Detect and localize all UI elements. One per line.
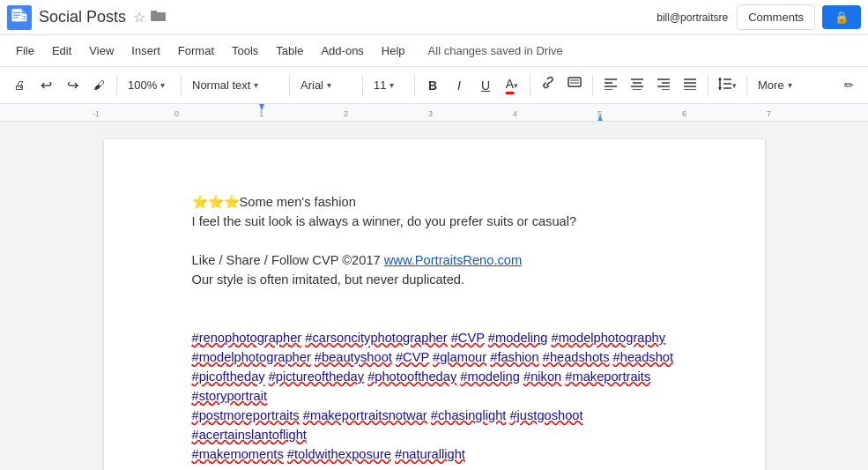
hashtag-headshots: #headshots — [543, 350, 610, 364]
toolbar-separator-3 — [289, 75, 290, 96]
hashtag-justgoshoot: #justgoshoot — [509, 408, 582, 422]
menu-addons[interactable]: Add-ons — [312, 41, 372, 61]
justify-button[interactable] — [678, 71, 702, 100]
folder-icon[interactable] — [151, 10, 167, 25]
star-icon[interactable]: ☆ — [133, 9, 145, 26]
user-email: bill@portraitsre — [657, 11, 728, 24]
menu-format[interactable]: Format — [169, 41, 223, 61]
menu-edit[interactable]: Edit — [43, 41, 80, 61]
link-icon — [541, 77, 555, 93]
menu-view[interactable]: View — [80, 41, 122, 61]
menu-file[interactable]: File — [7, 41, 43, 61]
svg-text:6: 6 — [682, 109, 686, 118]
svg-rect-12 — [151, 11, 157, 14]
align-left-button[interactable] — [598, 71, 623, 100]
hashtag-beautyshoot: #beautyshoot — [315, 350, 392, 364]
spacing-chevron: ▾ — [732, 81, 737, 90]
insert-comment-button[interactable] — [562, 71, 587, 100]
undo-button[interactable]: ↩ — [33, 71, 58, 100]
print-icon: 🖨 — [14, 78, 26, 92]
hashtag-modeling2: #modeling — [460, 369, 520, 384]
toolbar-separator-8 — [708, 75, 708, 96]
style-chevron: ▾ — [254, 80, 258, 90]
menu-bar: File Edit View Insert Format Tools Table… — [0, 35, 868, 67]
stars-emoji: ⭐⭐⭐ — [192, 195, 240, 209]
hashtag-makemoments: #makemoments — [192, 447, 284, 461]
menu-tools[interactable]: Tools — [223, 41, 267, 61]
bold-button[interactable]: B — [420, 71, 445, 100]
comments-button[interactable]: Comments — [737, 4, 815, 30]
line-1: ⭐⭐⭐Some men's fashion — [192, 192, 677, 212]
hashtag-storyportrait: #storyportrait — [192, 389, 268, 403]
line4-pre: Like / Share / Follow CVP ©2017 — [192, 253, 384, 267]
menu-help[interactable]: Help — [373, 41, 414, 61]
line-spacing-button[interactable]: ▾ — [714, 71, 741, 100]
redo-button[interactable]: ↪ — [60, 71, 85, 100]
hashtag-nikon: #nikon — [523, 369, 561, 384]
hashtag-postmore: #postmoreportraits — [192, 408, 300, 422]
underline-icon: U — [481, 78, 490, 93]
line-7-blank — [192, 309, 677, 328]
line1-text: Some men's fashion — [240, 195, 356, 209]
svg-rect-8 — [22, 13, 27, 20]
text-color-button[interactable]: A ▾ — [500, 71, 524, 100]
svg-text:3: 3 — [428, 109, 433, 118]
zoom-dropdown[interactable]: 100% ▾ — [122, 71, 175, 100]
underline-button[interactable]: U — [473, 71, 498, 100]
justify-icon — [683, 78, 697, 93]
hashtag-photooftheday: #photooftheday — [367, 369, 456, 384]
align-right-button[interactable] — [651, 71, 676, 100]
font-dropdown[interactable]: Arial ▾ — [295, 71, 357, 100]
hashtag-modelphotographer: #modelphotographer — [192, 350, 311, 364]
paint-format-button[interactable]: 🖌 — [86, 71, 111, 100]
portraits-reno-link[interactable]: www.PortraitsReno.com — [384, 253, 522, 267]
editing-mode-button[interactable]: ✏ — [836, 71, 861, 100]
doc-title[interactable]: Social Posts — [39, 8, 126, 26]
more-button[interactable]: More ▾ — [753, 71, 798, 100]
style-dropdown[interactable]: Normal text ▾ — [187, 71, 284, 100]
color-chevron: ▾ — [514, 81, 518, 90]
zoom-chevron: ▾ — [160, 80, 165, 90]
italic-button[interactable]: I — [447, 71, 471, 100]
align-center-button[interactable] — [625, 71, 649, 100]
hashtag-pictureoftheday: #pictureoftheday — [269, 369, 364, 384]
toolbar-separator-7 — [592, 75, 593, 96]
hashtag-cvp2: #CVP — [396, 350, 429, 364]
hashtags-line-5: #makemoments #toldwithexposure #naturall… — [192, 444, 677, 464]
svg-text:-1: -1 — [93, 109, 100, 118]
ruler: -1 0 1 2 3 4 5 6 7 — [0, 104, 868, 122]
toolbar-separator-2 — [181, 75, 182, 96]
document-area: ⭐⭐⭐Some men's fashion I feel the suit lo… — [0, 122, 868, 470]
menu-insert[interactable]: Insert — [122, 41, 169, 61]
share-button[interactable]: 🔒 — [822, 5, 861, 29]
pencil-icon: ✏ — [844, 78, 854, 92]
italic-icon: I — [457, 78, 461, 93]
line-6-blank — [192, 289, 677, 309]
hashtags-line-1: #renophotographer #carsoncityphotographe… — [192, 328, 677, 347]
paint-format-icon: 🖌 — [93, 78, 105, 92]
document-page[interactable]: ⭐⭐⭐Some men's fashion I feel the suit lo… — [104, 139, 765, 470]
menu-table[interactable]: Table — [267, 41, 312, 61]
svg-marker-36 — [718, 78, 722, 80]
hashtags-line-4: #postmoreportraits #makeportraitsnotwar … — [192, 406, 677, 444]
svg-text:2: 2 — [344, 109, 348, 118]
font-size-value: 11 — [374, 78, 386, 92]
svg-text:4: 4 — [513, 109, 517, 118]
align-left-icon — [604, 78, 618, 93]
hashtag-cvp1: #CVP — [451, 331, 485, 345]
hashtag-modelphotography: #modelphotography — [552, 331, 666, 345]
hashtag-makeportraits: #makeportraits — [565, 369, 650, 384]
undo-icon: ↩ — [41, 77, 52, 93]
toolbar-separator-6 — [530, 75, 530, 96]
line-3-blank — [192, 231, 677, 250]
link-button[interactable] — [536, 71, 560, 100]
hashtag-makeportraitsnotwar: #makeportraitsnotwar — [303, 408, 427, 422]
redo-icon: ↪ — [67, 77, 78, 93]
more-label: More — [758, 78, 784, 92]
align-center-icon — [630, 78, 644, 93]
font-size-dropdown[interactable]: 11 ▾ — [368, 71, 409, 100]
hashtags-line-3: #picoftheday #pictureoftheday #photoofth… — [192, 367, 677, 406]
more-chevron: ▾ — [788, 80, 792, 90]
title-bar: Social Posts ☆ bill@portraitsre Comments… — [0, 0, 868, 35]
print-button[interactable]: 🖨 — [7, 71, 32, 100]
